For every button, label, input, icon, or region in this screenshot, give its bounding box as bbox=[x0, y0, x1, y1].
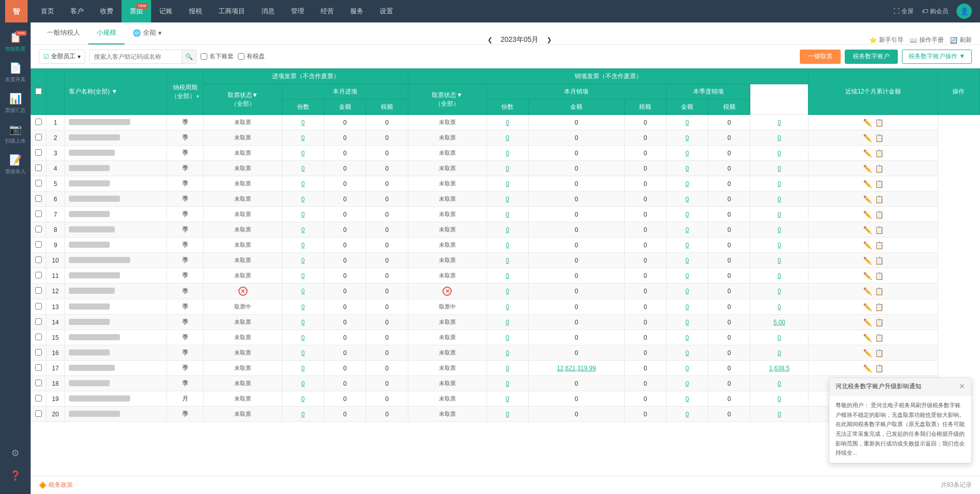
manual-button[interactable]: 📖 操作手册 bbox=[910, 36, 944, 44]
output-count-link[interactable]: 0 bbox=[506, 365, 509, 372]
edit-icon[interactable]: ✏️ bbox=[863, 272, 872, 280]
tab-general-taxpayer[interactable]: 一般纳税人 bbox=[39, 22, 88, 44]
season-amount-link[interactable]: 0 bbox=[685, 319, 689, 326]
nav-tax[interactable]: 报税 bbox=[181, 0, 210, 22]
cumulative-value[interactable]: 0 bbox=[777, 272, 781, 279]
copy-icon[interactable]: 📋 bbox=[875, 119, 884, 127]
copy-icon[interactable]: 📋 bbox=[875, 318, 884, 326]
season-amount-link[interactable]: 0 bbox=[685, 272, 689, 279]
season-amount-link[interactable]: 0 bbox=[685, 380, 689, 387]
input-count-link[interactable]: 0 bbox=[301, 257, 305, 264]
copy-icon[interactable]: 📋 bbox=[875, 364, 884, 372]
season-amount-link[interactable]: 0 bbox=[685, 349, 689, 357]
copy-icon[interactable]: 📋 bbox=[875, 241, 884, 249]
copy-icon[interactable]: 📋 bbox=[875, 303, 884, 311]
season-amount-link[interactable]: 0 bbox=[685, 119, 689, 126]
copy-icon[interactable]: 📋 bbox=[875, 334, 884, 342]
tax-policy-link[interactable]: 🔶 税务政策 bbox=[39, 481, 73, 489]
edit-icon[interactable]: ✏️ bbox=[863, 334, 872, 342]
season-amount-link[interactable]: 0 bbox=[685, 411, 689, 418]
sidebar-item-invoice-entry[interactable]: 📝 票据录入 bbox=[0, 149, 31, 180]
row-checkbox[interactable] bbox=[35, 272, 42, 278]
cumulative-value[interactable]: 1,638.5 bbox=[769, 365, 790, 372]
copy-icon[interactable]: 📋 bbox=[875, 256, 884, 265]
input-count-link[interactable]: 0 bbox=[301, 180, 305, 187]
input-count-link[interactable]: 0 bbox=[301, 380, 305, 387]
season-amount-link[interactable]: 0 bbox=[685, 226, 689, 233]
edit-icon[interactable]: ✏️ bbox=[863, 241, 872, 249]
row-checkbox[interactable] bbox=[35, 210, 42, 217]
season-amount-link[interactable]: 0 bbox=[685, 134, 689, 142]
row-checkbox[interactable] bbox=[35, 149, 42, 156]
row-checkbox[interactable] bbox=[35, 318, 42, 325]
copy-icon[interactable]: 📋 bbox=[875, 164, 884, 173]
cumulative-value[interactable]: 0 bbox=[777, 257, 781, 264]
season-amount-link[interactable]: 0 bbox=[685, 257, 689, 264]
cumulative-value[interactable]: 0 bbox=[777, 165, 781, 172]
copy-icon[interactable]: 📋 bbox=[875, 226, 884, 234]
tax-digital-account-button[interactable]: 税务数字账户 bbox=[845, 50, 898, 64]
input-count-link[interactable]: 0 bbox=[301, 119, 305, 126]
nav-settings[interactable]: 设置 bbox=[372, 0, 401, 22]
row-checkbox[interactable] bbox=[35, 119, 42, 125]
row-checkbox[interactable] bbox=[35, 164, 42, 171]
cumulative-value[interactable]: 0 bbox=[777, 226, 781, 233]
popup-close-button[interactable]: ✕ bbox=[959, 382, 965, 390]
nav-business[interactable]: 工商项目 bbox=[210, 0, 253, 22]
edit-icon[interactable]: ✏️ bbox=[863, 180, 872, 188]
input-count-link[interactable]: 0 bbox=[301, 150, 305, 157]
cumulative-value[interactable]: 0 bbox=[777, 411, 781, 418]
my-accounts-checkbox[interactable]: 名下账套 bbox=[201, 52, 234, 61]
has-tax-disk-checkbox[interactable]: 有税盘 bbox=[238, 52, 265, 61]
row-checkbox[interactable] bbox=[35, 195, 42, 202]
season-amount-link[interactable]: 0 bbox=[685, 334, 689, 341]
copy-icon[interactable]: 📋 bbox=[875, 287, 884, 295]
output-count-link[interactable]: 0 bbox=[506, 211, 509, 218]
input-count-link[interactable]: 0 bbox=[301, 349, 305, 357]
edit-icon[interactable]: ✏️ bbox=[863, 256, 872, 265]
cumulative-value[interactable]: 0 bbox=[777, 119, 781, 126]
nav-operation[interactable]: 经营 bbox=[312, 0, 342, 22]
season-amount-link[interactable]: 0 bbox=[685, 196, 689, 203]
copy-icon[interactable]: 📋 bbox=[875, 210, 884, 219]
output-count-link[interactable]: 0 bbox=[506, 288, 509, 295]
cumulative-value[interactable]: 0 bbox=[777, 180, 781, 187]
edit-icon[interactable]: ✏️ bbox=[863, 195, 872, 203]
refresh-button[interactable]: 🔄 刷新 bbox=[950, 36, 972, 44]
input-count-link[interactable]: 0 bbox=[301, 196, 305, 203]
sidebar-item-open-invoice[interactable]: 📄 发票开具 bbox=[0, 57, 31, 88]
output-count-link[interactable]: 0 bbox=[506, 226, 509, 233]
nav-service[interactable]: 服务 bbox=[342, 0, 372, 22]
edit-icon[interactable]: ✏️ bbox=[863, 164, 872, 173]
nav-manage[interactable]: 管理 bbox=[283, 0, 312, 22]
search-input[interactable] bbox=[90, 50, 182, 64]
input-count-link[interactable]: 0 bbox=[301, 272, 305, 279]
output-count-link[interactable]: 0 bbox=[506, 196, 509, 203]
output-count-link[interactable]: 0 bbox=[506, 334, 509, 341]
season-amount-link[interactable]: 0 bbox=[685, 180, 689, 187]
cumulative-value[interactable]: 5.00 bbox=[773, 319, 785, 326]
cumulative-value[interactable]: 0 bbox=[777, 303, 781, 311]
row-checkbox[interactable] bbox=[35, 241, 42, 248]
edit-icon[interactable]: ✏️ bbox=[863, 149, 872, 157]
row-checkbox[interactable] bbox=[35, 380, 42, 386]
input-count-link[interactable]: 0 bbox=[301, 226, 305, 233]
select-all-checkbox[interactable] bbox=[35, 88, 42, 95]
cumulative-value[interactable]: 0 bbox=[777, 334, 781, 341]
nav-message[interactable]: 消息 bbox=[253, 0, 283, 22]
row-checkbox[interactable] bbox=[35, 180, 42, 186]
sidebar-item-invoice-summary[interactable]: 📊 票据汇总 bbox=[0, 88, 31, 119]
edit-icon[interactable]: ✏️ bbox=[863, 318, 872, 326]
th-tax-period[interactable]: 纳税周期（全部）▾ bbox=[167, 69, 204, 115]
nav-invoice[interactable]: 票据 new bbox=[121, 0, 151, 22]
output-count-link[interactable]: 0 bbox=[506, 257, 509, 264]
output-count-link[interactable]: 0 bbox=[506, 319, 509, 326]
th-client-name[interactable]: 客户名称(全部) ▼ bbox=[65, 69, 167, 115]
row-checkbox[interactable] bbox=[35, 334, 42, 340]
nav-billing[interactable]: 收费 bbox=[92, 0, 121, 22]
input-count-link[interactable]: 0 bbox=[301, 334, 305, 341]
copy-icon[interactable]: 📋 bbox=[875, 195, 884, 203]
season-amount-link[interactable]: 0 bbox=[685, 288, 689, 295]
nav-customer[interactable]: 客户 bbox=[62, 0, 92, 22]
tab-all[interactable]: 🌐 全能 ▾ bbox=[125, 22, 170, 44]
